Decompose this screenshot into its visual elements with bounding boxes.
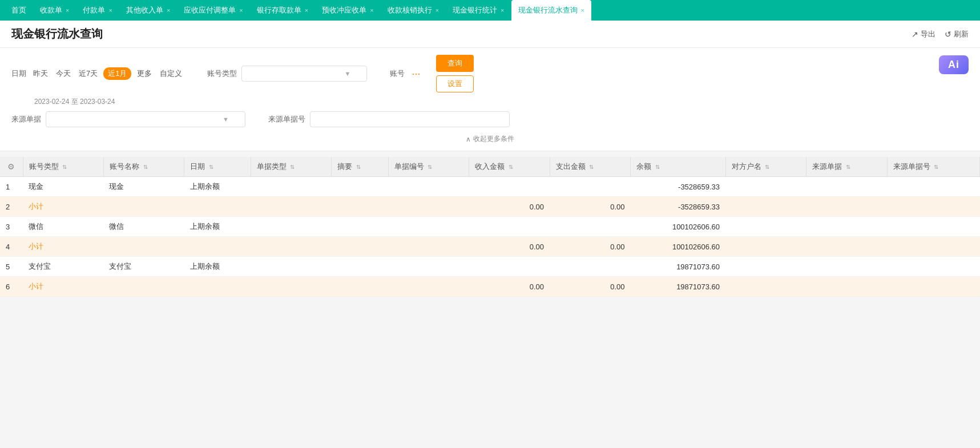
th-account-name[interactable]: 账号名称 ⇅ (103, 157, 184, 177)
close-icon-payments[interactable]: × (108, 0, 112, 21)
account-dots-button[interactable]: ··· (412, 68, 420, 80)
gear-settings-icon[interactable]: ⚙ (7, 162, 15, 171)
table-cell (725, 177, 806, 197)
ai-badge[interactable]: Ai (939, 55, 969, 74)
nav-item-home[interactable]: 首页 (5, 0, 33, 21)
th-gear[interactable]: ⚙ (0, 157, 23, 177)
table-cell (388, 217, 469, 237)
table-row[interactable]: 3微信微信上期余额100102606.60 (0, 217, 980, 237)
table-cell: 100102606.60 (631, 237, 726, 257)
table-cell (469, 257, 550, 277)
source-doc-chevron-icon: ▼ (223, 116, 229, 123)
table-cell: 小计 (23, 197, 103, 217)
close-icon-receipts[interactable]: × (66, 0, 69, 21)
export-icon: ↗ (912, 30, 918, 39)
sort-icon-account-name: ⇅ (143, 164, 148, 170)
nav-item-receipts[interactable]: 收款单 × (33, 0, 76, 21)
date-btn-yesterday[interactable]: 昨天 (31, 67, 50, 80)
close-icon-other-income[interactable]: × (167, 0, 170, 21)
table-cell (887, 217, 980, 237)
table-cell: 0.00 (469, 277, 550, 297)
nav-item-other-income[interactable]: 其他收入单 × (119, 0, 177, 21)
page-title: 现金银行流水查询 (11, 26, 103, 42)
source-doc-select[interactable]: ▼ (46, 111, 245, 127)
date-btn-7days[interactable]: 近7天 (76, 67, 100, 80)
date-label: 日期 (11, 68, 26, 79)
table-cell: 1 (0, 177, 23, 197)
nav-label-payments: 付款单 (83, 0, 105, 21)
th-counterpart[interactable]: 对方户名 ⇅ (725, 157, 806, 177)
nav-label-cash-flow: 现金银行流水查询 (518, 0, 578, 21)
source-doc-no-input[interactable] (310, 111, 510, 127)
table-cell: 微信 (103, 217, 184, 237)
th-source-doc[interactable]: 来源单据 ⇅ (806, 157, 887, 177)
account-type-select[interactable]: ▼ (241, 66, 367, 82)
th-summary[interactable]: 摘要 ⇅ (332, 157, 388, 177)
table-row[interactable]: 4小计0.000.00100102606.60 (0, 237, 980, 257)
table-cell: 0.00 (550, 277, 630, 297)
close-icon-verify[interactable]: × (435, 0, 439, 21)
table-cell (469, 177, 550, 197)
account-label: 账号 (390, 68, 405, 79)
table-row[interactable]: 2小计0.000.00-3528659.33 (0, 197, 980, 217)
table-row[interactable]: 6小计0.000.0019871073.60 (0, 277, 980, 297)
nav-item-payments[interactable]: 付款单 × (76, 0, 119, 21)
th-doc-type[interactable]: 单据类型 ⇅ (251, 157, 331, 177)
refresh-button[interactable]: ↺ 刷新 (945, 29, 969, 39)
table-row[interactable]: 5支付宝支付宝上期余额19871073.60 (0, 257, 980, 277)
date-btn-1month[interactable]: 近1月 (103, 67, 131, 80)
nav-label-receipts: 收款单 (40, 0, 62, 21)
nav-item-cash-stats[interactable]: 现金银行统计 × (446, 0, 511, 21)
th-date-label: 日期 (190, 162, 205, 171)
table-cell (388, 237, 469, 257)
close-icon-cash-stats[interactable]: × (501, 0, 504, 21)
nav-item-bank-deposit[interactable]: 银行存取款单 × (250, 0, 315, 21)
collapse-bar[interactable]: ∧ 收起更多条件 (11, 132, 969, 144)
table-cell: 0.00 (550, 237, 630, 257)
header-actions: ↗ 导出 ↺ 刷新 (912, 29, 969, 39)
nav-item-ar-ap-adjust[interactable]: 应收应付调整单 × (177, 0, 249, 21)
table-cell: 100102606.60 (631, 217, 726, 237)
table-row[interactable]: 1现金现金上期余额-3528659.33 (0, 177, 980, 197)
table-cell (806, 177, 887, 197)
export-button[interactable]: ↗ 导出 (912, 29, 935, 39)
table-cell (469, 217, 550, 237)
th-source-doc-no-label: 来源单据号 (893, 162, 930, 171)
nav-item-cash-flow[interactable]: 现金银行流水查询 × (511, 0, 591, 21)
table-cell: 支付宝 (103, 257, 184, 277)
table-cell (103, 237, 184, 257)
th-source-doc-no[interactable]: 来源单据号 ⇅ (887, 157, 980, 177)
table-cell: 微信 (23, 217, 103, 237)
close-icon-ar-ap-adjust[interactable]: × (239, 0, 243, 21)
th-balance[interactable]: 余额 ⇅ (631, 157, 726, 177)
table-cell (887, 197, 980, 217)
table-cell (184, 237, 251, 257)
table-cell (332, 257, 388, 277)
close-icon-cash-flow[interactable]: × (581, 0, 584, 21)
th-doc-no[interactable]: 单据编号 ⇅ (388, 157, 469, 177)
account-type-chevron-icon: ▼ (345, 70, 351, 77)
table-cell: 19871073.60 (631, 277, 726, 297)
th-date[interactable]: 日期 ⇅ (184, 157, 251, 177)
table-cell: 小计 (23, 277, 103, 297)
nav-item-verify[interactable]: 收款核销执行 × (381, 0, 446, 21)
date-btn-custom[interactable]: 自定义 (158, 67, 184, 80)
date-btn-today[interactable]: 今天 (54, 67, 73, 80)
date-btn-more[interactable]: 更多 (135, 67, 154, 80)
th-expense[interactable]: 支出金额 ⇅ (550, 157, 630, 177)
query-button[interactable]: 查询 (436, 55, 474, 72)
th-balance-label: 余额 (636, 162, 651, 171)
table-cell (388, 257, 469, 277)
close-icon-bank-deposit[interactable]: × (305, 0, 308, 21)
table-cell (887, 257, 980, 277)
export-label: 导出 (921, 29, 935, 39)
table-cell: -3528659.33 (631, 177, 726, 197)
th-account-type[interactable]: 账号类型 ⇅ (23, 157, 103, 177)
settings-button[interactable]: 设置 (436, 75, 474, 92)
table-cell (103, 197, 184, 217)
account-type-label: 账号类型 (207, 68, 237, 79)
th-income[interactable]: 收入金额 ⇅ (469, 157, 550, 177)
close-icon-prepay[interactable]: × (370, 0, 373, 21)
nav-item-prepay[interactable]: 预收冲应收单 × (315, 0, 380, 21)
table-cell (251, 197, 331, 217)
